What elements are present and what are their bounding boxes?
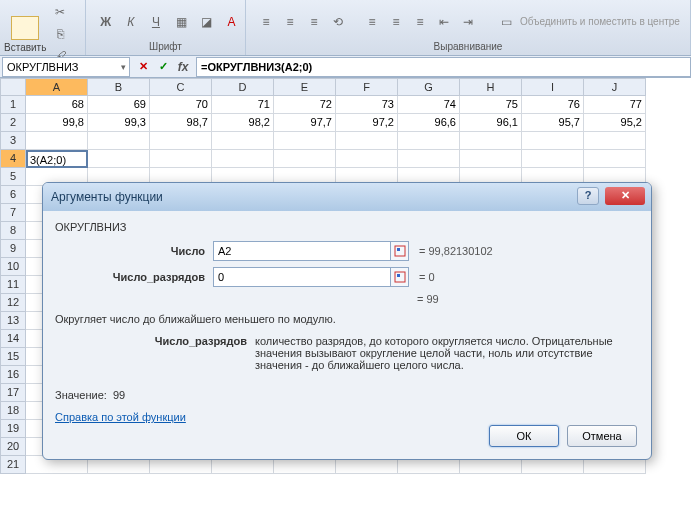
- col-header[interactable]: D: [212, 78, 274, 96]
- row-header[interactable]: 9: [0, 240, 26, 258]
- select-all-corner[interactable]: [0, 78, 26, 96]
- cell[interactable]: [274, 132, 336, 150]
- col-header[interactable]: J: [584, 78, 646, 96]
- row-header[interactable]: 10: [0, 258, 26, 276]
- cancel-icon[interactable]: ✕: [134, 58, 152, 76]
- orientation-icon[interactable]: ⟲: [328, 12, 348, 32]
- col-header[interactable]: H: [460, 78, 522, 96]
- row-header[interactable]: 6: [0, 186, 26, 204]
- cell[interactable]: [88, 132, 150, 150]
- cell[interactable]: 75: [460, 96, 522, 114]
- cell[interactable]: [212, 150, 274, 168]
- indent-inc-icon[interactable]: ⇥: [458, 12, 478, 32]
- col-header[interactable]: B: [88, 78, 150, 96]
- row-header[interactable]: 12: [0, 294, 26, 312]
- cell[interactable]: [460, 150, 522, 168]
- underline-icon[interactable]: Ч: [146, 12, 165, 32]
- cut-icon[interactable]: ✂: [50, 2, 70, 22]
- cell[interactable]: 74: [398, 96, 460, 114]
- paste-button[interactable]: Вставить: [4, 16, 46, 53]
- row-header[interactable]: 13: [0, 312, 26, 330]
- cell[interactable]: 69: [88, 96, 150, 114]
- dialog-titlebar[interactable]: Аргументы функции ? ✕: [43, 183, 651, 211]
- active-cell[interactable]: 3(A2;0): [26, 150, 88, 168]
- cell[interactable]: [150, 150, 212, 168]
- cell[interactable]: [26, 132, 88, 150]
- row-header[interactable]: 2: [0, 114, 26, 132]
- help-link[interactable]: Справка по этой функции: [55, 411, 186, 423]
- cancel-button[interactable]: Отмена: [567, 425, 637, 447]
- align-left-icon[interactable]: ≡: [362, 12, 382, 32]
- row-header[interactable]: 20: [0, 438, 26, 456]
- col-header[interactable]: C: [150, 78, 212, 96]
- cell[interactable]: 73: [336, 96, 398, 114]
- cell[interactable]: [460, 132, 522, 150]
- row-header[interactable]: 4: [0, 150, 26, 168]
- col-header[interactable]: I: [522, 78, 584, 96]
- indent-dec-icon[interactable]: ⇤: [434, 12, 454, 32]
- cell[interactable]: [398, 132, 460, 150]
- row-header[interactable]: 7: [0, 204, 26, 222]
- name-box[interactable]: ОКРУГЛВНИЗ: [2, 57, 130, 77]
- cell[interactable]: [584, 150, 646, 168]
- col-header[interactable]: A: [26, 78, 88, 96]
- cell[interactable]: 97,2: [336, 114, 398, 132]
- merge-label[interactable]: Объединить и поместить в центре: [520, 16, 680, 27]
- cell[interactable]: 77: [584, 96, 646, 114]
- cell[interactable]: 96,6: [398, 114, 460, 132]
- row-header[interactable]: 14: [0, 330, 26, 348]
- cell[interactable]: [522, 150, 584, 168]
- arg2-input[interactable]: [213, 267, 391, 287]
- cell[interactable]: 96,1: [460, 114, 522, 132]
- cell[interactable]: [336, 150, 398, 168]
- row-header[interactable]: 17: [0, 384, 26, 402]
- cell[interactable]: 95,7: [522, 114, 584, 132]
- cell[interactable]: [398, 150, 460, 168]
- row-header[interactable]: 5: [0, 168, 26, 186]
- cell[interactable]: 98,7: [150, 114, 212, 132]
- align-right-icon[interactable]: ≡: [410, 12, 430, 32]
- copy-icon[interactable]: ⎘: [50, 24, 70, 44]
- col-header[interactable]: G: [398, 78, 460, 96]
- cell[interactable]: [274, 150, 336, 168]
- range-picker-icon[interactable]: [391, 241, 409, 261]
- bold-icon[interactable]: Ж: [96, 12, 115, 32]
- cell[interactable]: [88, 150, 150, 168]
- cell[interactable]: 98,2: [212, 114, 274, 132]
- align-mid-icon[interactable]: ≡: [280, 12, 300, 32]
- fill-color-icon[interactable]: ◪: [197, 12, 216, 32]
- cell[interactable]: [150, 132, 212, 150]
- confirm-icon[interactable]: ✓: [154, 58, 172, 76]
- cell[interactable]: 95,2: [584, 114, 646, 132]
- font-color-icon[interactable]: A: [222, 12, 241, 32]
- italic-icon[interactable]: К: [121, 12, 140, 32]
- cell[interactable]: 70: [150, 96, 212, 114]
- align-bot-icon[interactable]: ≡: [304, 12, 324, 32]
- cell[interactable]: [584, 132, 646, 150]
- col-header[interactable]: E: [274, 78, 336, 96]
- row-header[interactable]: 19: [0, 420, 26, 438]
- row-header[interactable]: 16: [0, 366, 26, 384]
- col-header[interactable]: F: [336, 78, 398, 96]
- fx-icon[interactable]: fx: [174, 58, 192, 76]
- cell[interactable]: [336, 132, 398, 150]
- cell[interactable]: 71: [212, 96, 274, 114]
- row-header[interactable]: 15: [0, 348, 26, 366]
- row-header[interactable]: 21: [0, 456, 26, 474]
- row-header[interactable]: 1: [0, 96, 26, 114]
- cell[interactable]: 97,7: [274, 114, 336, 132]
- arg1-input[interactable]: [213, 241, 391, 261]
- row-header[interactable]: 18: [0, 402, 26, 420]
- cell[interactable]: 72: [274, 96, 336, 114]
- merge-icon[interactable]: ▭: [496, 12, 516, 32]
- row-header[interactable]: 3: [0, 132, 26, 150]
- cell[interactable]: [522, 132, 584, 150]
- ok-button[interactable]: ОК: [489, 425, 559, 447]
- row-header[interactable]: 11: [0, 276, 26, 294]
- cell[interactable]: [212, 132, 274, 150]
- range-picker-icon[interactable]: [391, 267, 409, 287]
- cell[interactable]: 99,3: [88, 114, 150, 132]
- align-top-icon[interactable]: ≡: [256, 12, 276, 32]
- close-icon[interactable]: ✕: [605, 187, 645, 205]
- cell[interactable]: 68: [26, 96, 88, 114]
